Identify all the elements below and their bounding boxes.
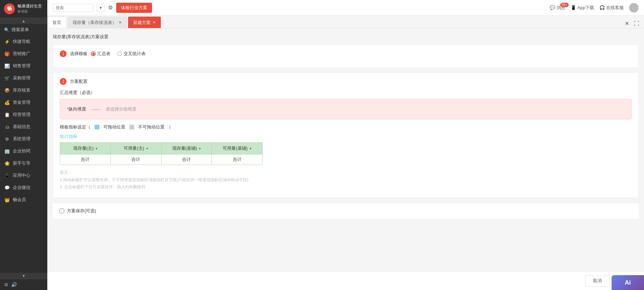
sidebar-item-label: 经营管理 [13,112,30,118]
app-download-button[interactable]: 📱 App下载 [571,5,594,11]
operation-icon: 📋 [4,112,10,118]
indicator-settings-label: 模板指标设定（ [60,124,91,130]
stats-table-container: 统计指标 现存量(主) ▾ [60,134,631,165]
tips-item-1: 2. 点击标题栏下拉可设置排序、插入列和删除列 [60,184,631,191]
tips-item-0: 1.拖动标题栏可以调整布局，不可跨维度或指标区域拖动栏目字段(只能在同一维度或指… [60,176,631,184]
sidebar-item-appcenter[interactable]: 📱 应用中心 [0,169,47,182]
newbie-icon: 🌟 [4,160,10,166]
home-tab-label: 首页 [52,20,61,26]
sidebar-scroll-down[interactable]: ▼ [0,273,47,279]
radio-cross[interactable]: 交叉统计表 [117,51,146,57]
save-section: 方案保存(可选) [53,203,639,219]
sidebar-item-inventory[interactable]: 📦 库存核算 [0,84,47,96]
step2-label: 方案配置 [70,78,88,84]
cancel-button[interactable]: 取消 [585,275,610,287]
finance-icon: 💰 [4,99,10,105]
member-icon: 👑 [4,197,10,203]
sales-icon: 📊 [4,63,10,69]
sidebar-item-corp[interactable]: 🏢 企业协同 [0,145,47,157]
marketing-icon: 🎁 [4,51,10,57]
gear-icon[interactable]: ⚙ [108,4,113,11]
sidebar-item-sales[interactable]: 📊 销售管理 [0,60,47,72]
sidebar-item-member[interactable]: 👑 畅会员 [0,194,47,206]
settings-footer-icon[interactable]: ⚙ [4,282,8,287]
sidebar-item-newbie[interactable]: 🌟 新手引导 [0,157,47,169]
stats-label: 统计指标 [60,134,631,140]
cell-0-2: 合计 [161,154,212,165]
topbar-search-input[interactable] [53,4,93,12]
experience-btn[interactable]: 体验行业方案 [116,3,152,13]
sidebar-item-basic[interactable]: 🗂 基础信息 [0,121,47,133]
required-star: *纵向维度 [67,106,86,112]
close-window-icon[interactable]: ✕ [623,19,630,28]
inventory-icon: 📦 [4,87,10,93]
radio-cross-dot [117,51,122,56]
content-wrapper: 现存量(库存状况表)方案设置 1 选择模板 汇总表 交叉统计表 [47,28,644,290]
wechat-icon: 💬 [4,185,10,191]
sidebar-item-quick-nav[interactable]: ⚡ 快捷导航 [0,35,47,48]
save-label: 方案保存(可选) [67,208,96,214]
chevron-down-icon-3: ▾ [250,147,251,150]
new-plan-tab-label: 新建方案 [133,20,151,26]
tips-section: 提示： 1.拖动标题栏可以调整布局，不可跨维度或指标区域拖动栏目字段(只能在同一… [60,169,631,191]
system-icon: ⚙ [4,136,10,142]
headset-icon: 🎧 [599,5,605,10]
radio-summary[interactable]: 汇总表 [91,51,110,57]
step1-badge: 1 [60,50,67,57]
dimension-row: *纵向维度 —— 请选择分组维度 [67,106,624,112]
sidebar-search[interactable]: 🔍 搜索菜单 [0,24,47,35]
online-service-button[interactable]: 🎧 在线客服 [599,5,624,11]
col-header-1[interactable]: 可用量(主) ▾ [110,143,161,154]
draggable-badge [95,125,99,129]
step2-section: 2 方案配置 汇总维度（必选） *纵向维度 —— 请选择分组维度 模板指标设定（ [53,72,639,198]
sidebar-item-label: 资金管理 [13,99,30,105]
sidebar-item-system[interactable]: ⚙ 系统管理 [0,133,47,145]
message-button[interactable]: 💬 消息 99+ [550,5,565,11]
ai-fab[interactable]: Ai [612,275,644,290]
col-header-0[interactable]: 现存量(主) ▾ [60,143,111,154]
search-icon: 🔍 [4,27,9,32]
col-header-2[interactable]: 现存量(基辅) ▾ [161,143,212,154]
save-checkbox[interactable] [59,209,64,213]
sidebar-scroll-up[interactable]: ▲ [0,18,47,24]
mobile-icon: 📱 [571,5,576,10]
topbar-left: ▾ ⚙ 体验行业方案 [53,3,546,13]
topbar-right: 💬 消息 99+ 📱 App下载 🎧 在线客服 [550,3,639,13]
service-label: 在线客服 [606,5,624,11]
topbar: ▾ ⚙ 体验行业方案 💬 消息 99+ 📱 App下载 🎧 在线客服 [47,0,644,16]
new-plan-tab-close[interactable]: ✕ [153,20,156,25]
volume-footer-icon[interactable]: 🔊 [11,282,17,287]
tab-inventory-status[interactable]: 现存量（库存状况表） ✕ [68,17,127,28]
step2-badge: 2 [60,78,67,85]
template-radio-group: 汇总表 交叉统计表 [91,51,146,57]
sidebar-item-label: 采购管理 [13,75,30,81]
expand-window-icon[interactable]: ⛶ [633,19,641,28]
sidebar-item-wechat[interactable]: 💬 企业微信 [0,182,47,194]
dimension-placeholder[interactable]: 请选择分组维度 [106,106,137,112]
sidebar-item-label: 系统管理 [13,136,30,142]
user-avatar[interactable] [629,3,639,13]
sidebar-item-purchase[interactable]: 🛒 采购管理 [0,72,47,84]
sidebar-item-label: 营销推广 [13,51,30,57]
inventory-status-tab-label: 现存量（库存状况表） [73,20,117,26]
col-header-3-label: 可用量(基辅) [223,145,248,151]
tab-home[interactable]: 首页 [47,17,66,28]
step1-section: 1 选择模板 汇总表 交叉统计表 [53,45,639,68]
app-logo-icon: 畅 [4,3,15,14]
inventory-status-tab-close[interactable]: ✕ [119,20,122,25]
chevron-down-icon-1: ▾ [146,147,148,150]
sidebar-item-label: 快捷导航 [13,39,30,45]
sidebar-item-finance[interactable]: 💰 资金管理 [0,96,47,108]
topbar-dropdown-button[interactable]: ▾ [97,4,105,12]
sidebar: 畅 畅康通好生意 标准版 ▲ 🔍 搜索菜单 ⚡ 快捷导航 🎁 营销推广 📊 销售… [0,0,47,290]
col-header-3[interactable]: 可用量(基辅) ▾ [212,143,263,154]
sidebar-item-operation[interactable]: 📋 经营管理 [0,108,47,121]
sidebar-nav: 🔍 搜索菜单 ⚡ 快捷导航 🎁 营销推广 📊 销售管理 🛒 采购管理 📦 库存核… [0,24,47,273]
dimension-dash: —— [92,107,100,112]
sidebar-item-marketing[interactable]: 🎁 营销推广 [0,48,47,60]
tips-title: 提示： [60,170,72,175]
indicator-settings: 模板指标设定（ 可拖动位置 不可拖动位置 ） [60,124,631,130]
sidebar-item-label: 畅会员 [13,197,26,203]
radio-summary-dot [91,51,96,56]
tab-new-plan[interactable]: 新建方案 ✕ [128,17,161,28]
